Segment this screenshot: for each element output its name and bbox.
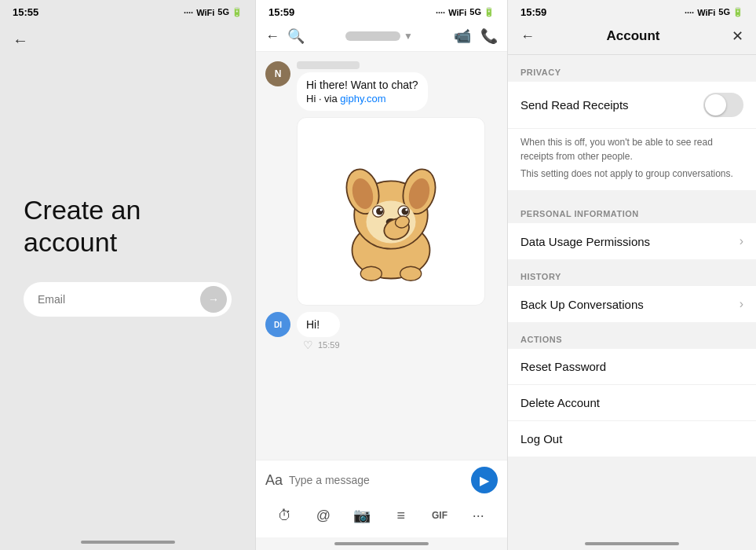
send-icon: ▶ [480,473,489,488]
data-usage-row[interactable]: Data Usage Permissions › [508,223,756,259]
status-bar-2: 15:59 ···· WiFi 5G 🔋 [256,0,507,21]
corgi-image-container [297,117,498,306]
actions-card: Reset Password Delete Account Log Out [508,349,756,456]
history-section-label: HISTORY [508,259,756,286]
phone-call-icon[interactable]: 📞 [480,28,498,45]
more-options-icon[interactable]: ··· [462,500,494,531]
message-time-di: 15:59 [318,340,340,350]
avatar-di: DI [265,312,290,337]
email-input-container: → [0,282,255,317]
submit-email-button[interactable]: → [200,286,227,313]
status-bar-1: 15:55 ···· WiFi 5G 🔋 [0,0,255,21]
history-card: Back Up Conversations › [508,286,756,322]
toggle-desc-2: This setting does not apply to group con… [520,167,743,181]
home-indicator-1 [81,541,175,544]
giphy-text: Hi · via giphy.com [306,93,418,104]
toggle-knob [705,94,726,116]
font-style-button[interactable]: Aa [265,472,283,489]
corgi-svg [320,141,462,282]
wifi-icon-1: WiFi [196,8,214,17]
back-up-conversations-row[interactable]: Back Up Conversations › [508,286,756,322]
hi-text: Hi there! Want to chat? [306,79,418,91]
data-usage-label: Data Usage Permissions [520,235,650,248]
time-2: 15:59 [268,6,294,18]
back-button-chat[interactable]: ← [265,28,279,45]
battery-icon-1: 5G 🔋 [217,7,243,17]
chat-panel: 15:59 ···· WiFi 5G 🔋 ← 🔍 ▼ 📹 📞 N Hi [255,0,508,550]
chat-header-center: ▼ [345,31,413,42]
personal-info-section-label: PERSONAL INFORMATION [508,196,756,223]
send-read-receipts-row[interactable]: Send Read Receipts [508,82,756,129]
message-row-n: N Hi there! Want to chat? Hi · via giphy… [265,61,498,111]
attachment-icon[interactable]: ≡ [385,500,417,531]
wifi-icon-3: WiFi [697,8,715,17]
log-out-label: Log Out [520,432,562,446]
time-3: 15:59 [520,6,546,18]
privacy-card: Send Read Receipts When this is off, you… [508,82,756,196]
chevron-down-icon[interactable]: ▼ [404,31,413,42]
back-button-1[interactable]: ← [13,31,28,50]
signal-icon-1: ···· [184,8,193,17]
create-account-title: Create an account [0,194,255,258]
delete-account-label: Delete Account [520,396,600,409]
data-usage-chevron: › [740,234,743,248]
status-icons-1: ···· WiFi 5G 🔋 [184,7,243,17]
account-settings-panel: 15:59 ···· WiFi 5G 🔋 ← Account ✕ PRIVACY… [508,0,756,550]
message-group-di: Hi! ♡ 15:59 [297,312,340,351]
avatar-n: N [265,61,290,86]
message-meta-di: ♡ 15:59 [297,339,340,351]
home-indicator-2 [334,542,429,545]
heart-icon[interactable]: ♡ [303,339,313,351]
sender-name-blurred [297,61,360,69]
video-call-icon[interactable]: 📹 [454,28,471,45]
message-input[interactable] [289,474,465,486]
settings-content: PRIVACY Send Read Receipts When this is … [508,55,756,537]
account-title: Account [607,28,660,44]
svg-point-8 [376,208,383,215]
timer-icon[interactable]: ⏱ [269,500,301,531]
actions-section-label: ACTIONS [508,322,756,349]
signal-icon-3: ···· [685,8,694,17]
battery-icon-2: 5G 🔋 [469,7,495,17]
chat-input-area: Aa ▶ ⏱ @ 📷 ≡ GIF ··· [256,460,507,537]
mention-icon[interactable]: @ [308,500,339,531]
toolbar-row: ⏱ @ 📷 ≡ GIF ··· [265,500,498,531]
back-button-account[interactable]: ← [520,28,535,45]
privacy-section-label: PRIVACY [508,55,756,82]
message-text-hi: Hi there! Want to chat? Hi · via giphy.c… [297,72,428,111]
close-button[interactable]: ✕ [732,28,743,45]
corgi-image [297,117,485,306]
read-receipts-toggle[interactable] [703,93,743,117]
message-bubble-hi: Hi! [297,312,340,337]
send-button[interactable]: ▶ [471,467,498,493]
reset-password-row[interactable]: Reset Password [508,349,756,385]
camera-icon[interactable]: 📷 [346,500,378,531]
time-1: 15:55 [13,6,38,18]
send-read-receipts-label: Send Read Receipts [520,98,629,112]
account-header: ← Account ✕ [508,21,756,55]
svg-point-15 [400,266,422,280]
chat-header-left: ← 🔍 [265,28,305,45]
svg-point-9 [380,209,382,211]
gif-button[interactable]: GIF [424,500,455,531]
battery-icon-3: 5G 🔋 [718,7,743,17]
status-icons-2: ···· WiFi 5G 🔋 [436,7,495,17]
create-account-panel: 15:55 ···· WiFi 5G 🔋 ← Create an account… [0,0,255,550]
reset-password-label: Reset Password [520,360,606,373]
message-row-di: DI Hi! ♡ 15:59 [265,312,498,351]
chat-header-right: 📹 📞 [454,28,498,45]
chat-input-row: Aa ▶ [265,467,498,493]
svg-point-14 [360,266,382,280]
log-out-row[interactable]: Log Out [508,421,756,456]
gif-label: GIF [432,510,447,521]
svg-point-11 [402,208,409,215]
contact-name-blurred [345,31,400,41]
status-icons-3: ···· WiFi 5G 🔋 [685,7,743,17]
giphy-link[interactable]: giphy.com [340,93,385,104]
status-bar-3: 15:59 ···· WiFi 5G 🔋 [508,0,756,21]
chat-header: ← 🔍 ▼ 📹 📞 [256,21,507,52]
svg-point-12 [405,209,407,211]
search-icon[interactable]: 🔍 [287,28,305,45]
back-up-chevron: › [740,297,743,311]
delete-account-row[interactable]: Delete Account [508,385,756,421]
